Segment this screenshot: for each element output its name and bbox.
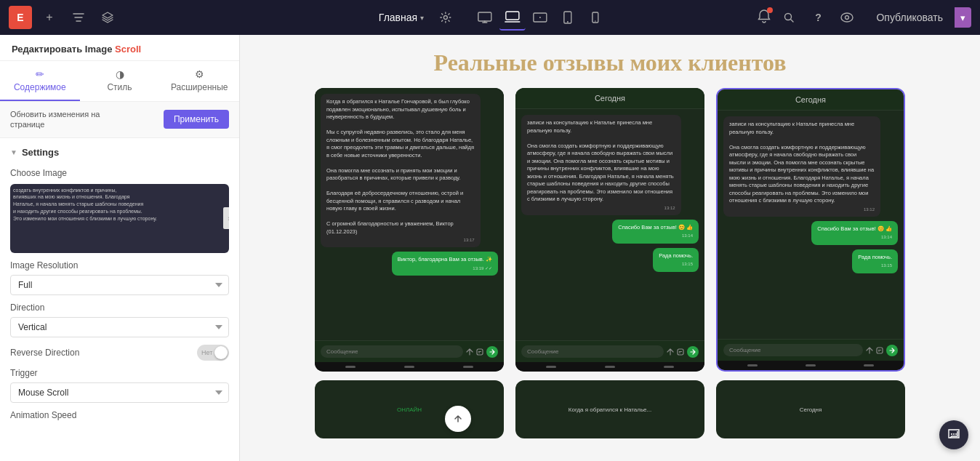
card-inner-1: Когда я обратился к Наталье Гончаровой, …: [315, 88, 504, 372]
tab-advanced[interactable]: ⚙ Расширенные: [159, 61, 239, 101]
chat-header-2: Сегодня: [515, 88, 704, 109]
elementor-logo[interactable]: E: [9, 6, 32, 29]
msg-time-3-3: 13:15: [858, 262, 892, 268]
style-icon: ◑: [116, 68, 124, 80]
page-selector[interactable]: Главная ▾: [371, 9, 431, 26]
toggle-no-label: Нет: [201, 349, 212, 356]
svg-point-8: [595, 20, 596, 22]
preview-button[interactable]: [835, 6, 859, 29]
publish-dropdown-arrow[interactable]: ▾: [955, 7, 971, 28]
bottom-card-3: Сегодня: [716, 380, 905, 438]
send-btn-1[interactable]: [486, 346, 498, 358]
reverse-direction-label: Reverse Direction: [10, 348, 79, 358]
sidebar-title: Редактировать Image Scroll: [0, 35, 239, 61]
image-preview[interactable]: создать внутренних конфликтов и причины,…: [10, 184, 229, 253]
msg-3-1: записи на консультацию к Наталье принесл…: [723, 116, 880, 217]
top-navigation: E + Главная ▾: [0, 0, 980, 35]
sidebar-tabs: ✏ Содержимое ◑ Стиль ⚙ Расширенные: [0, 61, 239, 102]
help-button[interactable]: ?: [806, 6, 830, 29]
settings-section: ▼ Settings Choose Image создать внутренн…: [0, 138, 239, 433]
msg-time-1-2: 13:19 ✓✓: [398, 265, 492, 271]
right-nav: ? Опубликовать ▾: [757, 6, 971, 29]
msg-2-2: Спасибо Вам за отзыв! 😊 👍 13:14: [612, 220, 699, 244]
chat-messages-3: записи на консультацию к Наталье принесл…: [718, 111, 904, 339]
chat-input-1[interactable]: Сообщение: [321, 345, 463, 358]
search-button[interactable]: [777, 6, 800, 29]
filter-icon[interactable]: [67, 6, 90, 29]
page-settings-icon[interactable]: [434, 6, 457, 29]
chat-input-2[interactable]: Сообщение: [521, 345, 664, 358]
direction-select[interactable]: Vertical Horizontal: [10, 317, 229, 337]
trigger-label: Trigger: [10, 368, 229, 378]
card-inner-2: Сегодня записи на консультацию к Наталье…: [515, 88, 704, 372]
chat-input-bar-3: Сообщение: [718, 339, 904, 361]
chat-nav-bar-2: [515, 362, 704, 372]
bottom-card-2: Когда я обратился к Наталье...: [515, 380, 704, 438]
svg-point-16: [953, 433, 955, 435]
bottom-card-1: ОНЛАЙН: [315, 380, 504, 438]
device-switcher: [472, 4, 609, 31]
chat-input-3[interactable]: Сообщение: [723, 344, 863, 356]
cards-row: Когда я обратился к Наталье Гончаровой, …: [240, 88, 980, 372]
settings-header: ▼ Settings: [10, 147, 229, 158]
nav-dot-8: [806, 364, 816, 366]
review-card-1: Когда я обратился к Наталье Гончаровой, …: [315, 88, 504, 372]
scroll-up-button[interactable]: [445, 406, 471, 432]
sidebar: Редактировать Image Scroll ✏ Содержимое …: [0, 35, 240, 461]
chat-nav-bar-3: [718, 361, 904, 370]
preview-arrow[interactable]: ›: [223, 207, 229, 229]
msg-3-2: Спасибо Вам за отзыв! 😊 👍 13:14: [811, 221, 898, 245]
layers-icon[interactable]: [96, 6, 119, 29]
send-btn-2[interactable]: [687, 346, 699, 358]
add-button[interactable]: +: [38, 6, 61, 29]
direction-label: Direction: [10, 302, 229, 313]
msg-time-2-1: 13:12: [527, 205, 675, 211]
publish-button[interactable]: Опубликовать: [864, 7, 955, 28]
chat-float-button[interactable]: [939, 420, 968, 449]
settings-collapse-arrow[interactable]: ▼: [10, 148, 17, 156]
toggle-knob: [214, 346, 228, 359]
msg-3-3: Рада помочь. 13:15: [852, 249, 898, 273]
tablet-landscape-device[interactable]: [527, 4, 553, 31]
mobile-device[interactable]: [582, 4, 609, 31]
msg-time-1-1: 13:17: [326, 237, 475, 243]
reverse-direction-row: Reverse Direction Нет: [10, 345, 229, 361]
tab-content[interactable]: ✏ Содержимое: [0, 61, 80, 101]
nav-dot-6: [664, 366, 674, 368]
msg-time-2-2: 13:14: [618, 233, 693, 238]
chat-input-bar-1: Сообщение: [315, 340, 504, 362]
trigger-select[interactable]: Mouse Scroll Auto Click: [10, 382, 229, 403]
msg-time-2-3: 13:15: [659, 261, 693, 267]
send-btn-3[interactable]: [886, 345, 898, 356]
msg-time-3-2: 13:14: [817, 234, 892, 240]
bottom-card-3-text: Сегодня: [794, 404, 828, 416]
image-resolution-select[interactable]: Full Large Medium Thumbnail: [10, 275, 229, 295]
notifications-button[interactable]: [757, 9, 771, 27]
svg-rect-1: [478, 12, 491, 21]
choose-image-label: Choose Image: [10, 168, 229, 178]
apply-button[interactable]: Применить: [164, 110, 229, 129]
chat-input-bar-2: Сообщение: [515, 340, 704, 362]
content-icon: ✏: [36, 68, 44, 80]
laptop-device[interactable]: [499, 4, 526, 31]
svg-point-11: [846, 16, 849, 20]
tab-style[interactable]: ◑ Стиль: [80, 61, 160, 101]
msg-2-3: Рада помочь. 13:15: [653, 248, 699, 272]
main-content: Реальные отзывы моих клиентов Когда я об…: [240, 35, 980, 461]
advanced-icon: ⚙: [195, 68, 204, 80]
svg-point-0: [444, 16, 448, 20]
card-inner-3: Сегодня записи на консультацию к Наталье…: [718, 89, 904, 370]
nav-dot-5: [605, 366, 615, 368]
review-card-2: Сегодня записи на консультацию к Наталье…: [515, 88, 704, 372]
tablet-portrait-device[interactable]: [555, 4, 581, 31]
svg-point-6: [567, 21, 569, 23]
svg-point-4: [539, 17, 541, 18]
publish-group: Опубликовать ▾: [864, 7, 971, 28]
animation-speed-label: Animation Speed: [10, 410, 229, 420]
desktop-device[interactable]: [472, 4, 498, 31]
nav-dot-7: [747, 364, 758, 366]
chat-messages-2: записи на консультацию к Наталье принесл…: [515, 109, 704, 340]
update-bar: Обновить изменения на странице Применить: [0, 102, 239, 138]
reverse-direction-toggle[interactable]: Нет: [197, 345, 229, 361]
chat-nav-bar-1: [315, 362, 504, 372]
